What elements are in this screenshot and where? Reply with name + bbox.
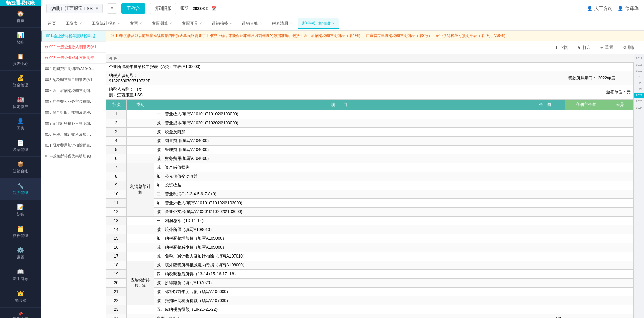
tab-close-invoice[interactable]: ✕ [139,22,142,25]
download-button[interactable]: ⬇ 下载 [552,43,570,52]
period-label-cell: 税款所属期间： [568,75,597,80]
sidebar-item-home[interactable]: 🏠 首页 [0,6,41,28]
print-button[interactable]: 🖨 打印 [574,43,593,52]
tab-close-salary-stats[interactable]: ✕ [117,22,120,25]
table-info-row-2: 纳税人名称： （勿删）江西服宝-LSS 金额单位：元 [106,85,634,99]
table-row: 4 减：销售费用(填写A104000) [106,136,634,145]
form-item-007[interactable]: 007-广告费和业务宣传费跌... [41,96,106,107]
tab-purchase-audit[interactable]: 进销稽核 ✕ [208,18,236,29]
right-panel: 2019年度涉及取以前年度延续数据的申报表单元格需要手工维护正确，才能保证本年及… [106,31,644,318]
year-2017[interactable]: 2017 [634,68,644,73]
closing-icon: 📝 [17,204,24,210]
copy-icon: ⊟ [110,6,114,11]
form-item-004[interactable]: 004-期间费用明细表(A1040... [41,64,106,74]
nav-right-icon[interactable]: ▶ [114,56,117,60]
col-header-item: 项 目 [154,99,524,110]
print-icon: 🖨 [577,45,581,50]
year-2018[interactable]: 2018 [634,74,644,80]
refresh-icon: ↻ [623,45,626,50]
table-info-row-1: 纳税人识别号： 91320500703719732P 税款所属期间： 2022年… [106,71,634,85]
form-item-010[interactable]: 010-免税、减计收入及加计... [41,129,106,140]
period-label: 账期 [180,5,188,11]
reset-button[interactable]: ↩ 重置 [598,43,616,52]
user-profile[interactable]: 👤 徐译华 [618,5,639,12]
tab-invoice-issue[interactable]: 发票开具 ✕ [178,18,206,29]
ledger-icon: 📊 [17,32,24,38]
form-item-011[interactable]: 011-研发费用加计扣除优惠... [41,140,106,151]
sidebar-item-reports[interactable]: 📋 报表中心 [0,49,41,71]
year-2019[interactable]: 2019 [634,56,644,61]
tax-table: 企业所得税年度纳税申报表（A类）主表(A100000) 纳税人识别号： 9132… [106,62,634,318]
tab-invoice-calc[interactable]: 发票测算 ✕ [148,18,176,29]
funds-icon: 💰 [17,75,24,81]
form-item-008[interactable]: 008-资产折旧、摊销及纳税... [41,107,106,118]
warning-text: 2019年度涉及取以前年度延续数据的申报表单元格需要手工维护正确，才能保证本年及… [111,33,507,38]
user-service[interactable]: 👤 人工咨询 [587,5,612,12]
form-item-012[interactable]: 012-减免所得税优惠明细表(... [41,151,106,162]
tab-invoice[interactable]: 发票 ✕ [126,18,146,29]
app-logo: 畅捷通易代账 [0,0,41,6]
tab-salary-stats[interactable]: 工资统计报表 ✕ [87,18,124,29]
year-2024[interactable]: 2024 [634,105,644,110]
year-2016[interactable]: 2016 [634,62,644,67]
form-item-009[interactable]: 009-企业所得税补亏损明细... [41,118,106,129]
form-item-006[interactable]: 006-职工薪酬纳税调整明细... [41,85,106,96]
table-row: 14 减：境外所得（填写A108010） [106,225,634,234]
sidebar-item-tax[interactable]: 🔧 税务管理 [0,178,41,200]
year-2021[interactable]: 2021 [634,86,644,92]
top-right-area: 👤 人工咨询 👤 徐译华 [587,5,639,12]
year-panel: 2019 2016 2017 2018 2020 2021 2022 2023 … [634,54,644,318]
content-area: 001-企业所得税年度纳税申报... ⊗ 002-一般企业收入明细表(A1...… [41,31,644,318]
unpin-button[interactable]: 📌 取消固定 [0,307,41,318]
period-value: 2023-02 [193,6,208,11]
tab-tax-list[interactable]: 税表清册 ✕ [268,18,296,29]
table-row: 22 减：抵扣应纳税所得额（填写A107030） [106,296,634,305]
sidebar-item-settings[interactable]: ⚙️ 设置 [0,243,41,264]
error-icon-003: ⊗ [45,56,49,60]
sidebar-item-invoice[interactable]: 📄 发票管理 [0,135,41,157]
period-value-cell: 2022年度 [598,75,615,80]
tab-home[interactable]: 首页 [44,18,60,29]
form-item-005[interactable]: 005-纳税调整项目明细表(A1... [41,74,106,85]
top-bar: (勿删）江西服宝-LSS ▼ ⊟ 工作台 切到旧版 账期 2023-02 📅 👤… [41,0,644,17]
table-area: ◀ ▶ 企业所得税年度纳税申报表（A类）主表(A100000) 纳 [106,54,634,318]
tax-icon: 🔧 [17,182,24,189]
company-selector[interactable]: (勿删）江西服宝-LSS ▼ [46,4,103,13]
sidebar-item-member[interactable]: 👑 畅会员 [0,286,41,307]
table-row: 17 减：免税、减计收入及加计扣除（填写A107010） [106,252,634,261]
year-2022[interactable]: 2022 [634,93,644,98]
sidebar: 畅捷通易代账 🏠 首页 📊 总账 📋 报表中心 💰 资金管理 🏭 固定资产 👤 … [0,0,41,318]
form-item-002[interactable]: ⊗ 002-一般企业收入明细表(A1... [41,42,106,53]
tab-close-income-tax[interactable]: ✕ [332,22,335,25]
table-row: 12 减：营业外支出(填写A102010\102020\103000) [106,207,634,216]
table-row: 24 税率（25%） 0.25 [106,314,634,318]
sidebar-item-funds[interactable]: 💰 资金管理 [0,71,41,92]
sidebar-item-ledger[interactable]: 📊 总账 [0,28,41,49]
sidebar-item-guide[interactable]: 📖 新手引导 [0,264,41,286]
year-2020[interactable]: 2020 [634,80,644,86]
table-row: 10 二、营业利润(1-2-3-4-5-6-7-8+9) [106,190,634,198]
calendar-icon[interactable]: 📅 [212,6,217,11]
sidebar-item-closing[interactable]: 📝 结账 [0,200,41,221]
workspace-button[interactable]: 工作台 [121,3,145,14]
tab-close-purchase-audit[interactable]: ✕ [229,22,232,25]
sidebar-item-archive[interactable]: 🗂️ 归档管理 [0,221,41,243]
year-2023[interactable]: 2023 [634,99,644,104]
nav-left-icon[interactable]: ◀ [109,56,112,60]
form-item-001[interactable]: 001-企业所得税年度纳税申报... [41,31,106,42]
tab-close-tax-list[interactable]: ✕ [290,22,292,25]
tab-close-purchase-ledger[interactable]: ✕ [260,22,262,25]
refresh-button[interactable]: ↻ 刷新 [620,43,639,52]
old-version-button[interactable]: 切到旧版 [150,3,176,14]
tab-purchase-ledger[interactable]: 进销台账 ✕ [238,18,266,29]
sidebar-item-purchasesales[interactable]: 📦 进销台账 [0,157,41,178]
sidebar-item-salary[interactable]: 👤 工资 [0,114,41,135]
tab-close-invoice-calc[interactable]: ✕ [169,22,172,25]
tab-close-salary[interactable]: ✕ [79,22,82,25]
sidebar-item-assets[interactable]: 🏭 固定资产 [0,92,41,114]
form-item-003[interactable]: ⊗ 003-一般企业成本支出明细... [41,53,106,64]
tab-salary[interactable]: 工资表 ✕ [61,18,86,29]
copy-icon-button[interactable]: ⊟ [107,3,117,14]
tab-income-tax[interactable]: 所得税汇算清缴 ✕ [298,18,339,29]
tab-close-invoice-issue[interactable]: ✕ [199,22,202,25]
